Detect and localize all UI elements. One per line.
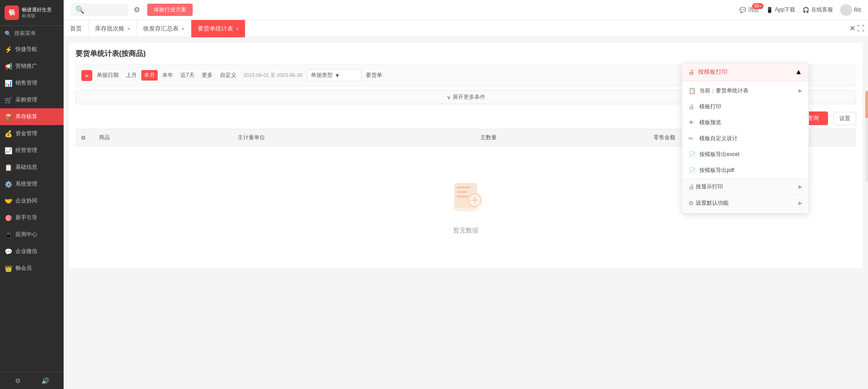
tab-receipts-summary[interactable]: 收发存汇总表 × [137, 20, 191, 37]
expand-more-icon: ∨ [447, 94, 451, 101]
sidebar-item-label: 系统管理 [15, 180, 37, 188]
user-avatar-btn[interactable]: Rit [840, 4, 861, 16]
audio-footer-btn[interactable]: 🔊 [41, 377, 49, 384]
tab-order-stats-label: 要货单统计表 [198, 25, 233, 33]
marketing-icon: 📢 [5, 63, 12, 70]
sidebar-item-label: 畅会员 [15, 264, 32, 272]
topbar-search-input[interactable] [87, 7, 124, 13]
tab-home-label: 首页 [70, 25, 82, 33]
expand-more-label: 展开更多条件 [453, 93, 485, 101]
topbar-gear-icon[interactable]: ⚙ [134, 5, 140, 14]
date-current-year-btn[interactable]: 本年 [160, 70, 176, 81]
col-quantity-header: 主数量 [475, 129, 648, 147]
template-export-excel-icon: 📄 [688, 151, 696, 158]
template-preview-item[interactable]: 👁 模板预览 [682, 115, 808, 131]
sidebar-item-sales[interactable]: 📊 销售管理 [0, 75, 64, 91]
tab-close-all-btn[interactable]: ✕ [849, 24, 855, 33]
date-last-7-days-btn[interactable]: 近7天 [178, 70, 197, 81]
messages-badge: 99+ [752, 3, 763, 9]
sidebar-logo: 畅 畅捷通好生意 标准版 [0, 0, 64, 26]
template-export-excel-item[interactable]: 📄 按模板导出excel [682, 147, 808, 162]
date-current-month-btn[interactable]: 本月 [141, 70, 158, 81]
sidebar-item-quick-nav[interactable]: ⚡ 快捷导航 [0, 41, 64, 58]
current-icon: 📋 [688, 87, 696, 94]
sidebar-item-collab[interactable]: 🤝 企业协同 [0, 192, 64, 209]
messages-btn[interactable]: 💬 消息 99+ [739, 6, 759, 14]
experience-btn[interactable]: 体验行业方案 [147, 4, 193, 16]
default-func-arrow-icon: ▶ [798, 200, 802, 206]
sidebar-item-wechat[interactable]: 💬 企业微信 [0, 243, 64, 260]
sidebar-footer: ⚙ 🔊 [0, 372, 64, 389]
filter-expand-btn[interactable]: » [81, 70, 92, 81]
display-print-arrow-icon: ▶ [798, 184, 802, 190]
sidebar-item-basic[interactable]: 📋 基础信息 [0, 159, 64, 176]
date-custom-btn[interactable]: 自定义 [217, 70, 239, 81]
sidebar-item-inventory[interactable]: 📦 库存核算 [0, 108, 64, 125]
col-goods-header: 商品 [94, 129, 232, 147]
sidebar-item-label: 新手引导 [15, 214, 37, 222]
app-download-btn[interactable]: 📱 App下载 [766, 6, 795, 14]
template-export-excel-label: 按模板导出excel [699, 151, 802, 158]
template-custom-item[interactable]: ✏ 模板自定义设计 [682, 131, 808, 147]
sidebar-item-label: 快捷导航 [15, 45, 37, 53]
template-print-item[interactable]: 🖨 模板打印 [682, 99, 808, 115]
tab-inventory-batch[interactable]: 库存批次账 × [89, 20, 137, 37]
date-prev-month-btn[interactable]: 上月 [123, 70, 140, 81]
sidebar-item-operation[interactable]: 📈 经营管理 [0, 142, 64, 159]
tab-order-stats-close[interactable]: × [236, 26, 239, 31]
sidebar-item-purchase[interactable]: 🛒 采购管理 [0, 91, 64, 108]
username-label: Rit [854, 7, 861, 13]
date-more-btn[interactable]: 更多 [199, 70, 215, 81]
col-settings-header[interactable]: ⚙ [75, 129, 94, 147]
current-template-item[interactable]: 📋 当前：要货单统计表 ▶ [682, 83, 808, 99]
display-print-icon: 🖨 [688, 183, 696, 190]
template-custom-icon: ✏ [688, 135, 696, 142]
sidebar-item-label: 应用中心 [15, 231, 37, 238]
tab-receipts-summary-close[interactable]: × [181, 26, 184, 31]
wechat-icon: 💬 [5, 248, 12, 255]
sidebar-item-marketing[interactable]: 📢 营销推广 [0, 58, 64, 75]
current-label: 当前：要货单统计表 [699, 87, 795, 95]
order-status-label: 要货单 [366, 71, 382, 79]
sidebar-item-finance[interactable]: 💰 资金管理 [0, 125, 64, 142]
sidebar-search[interactable]: 🔍 搜索菜单 [0, 26, 64, 41]
system-icon: ⚙️ [5, 181, 12, 188]
settings-icon: ⚙ [81, 135, 86, 141]
online-service-btn[interactable]: 🎧 在线客服 [803, 6, 833, 14]
topbar: 🔍 ⚙ 体验行业方案 💬 消息 99+ 📱 App下载 🎧 在线客服 Rit [64, 0, 868, 20]
sidebar-item-label: 资金管理 [15, 130, 37, 137]
template-export-pdf-item[interactable]: 📄 按模板导出pdf [682, 162, 808, 178]
sidebar-item-system[interactable]: ⚙️ 系统管理 [0, 176, 64, 192]
sidebar-item-label: 营销推广 [15, 62, 37, 70]
scroll-indicator[interactable] [865, 91, 868, 182]
sales-icon: 📊 [5, 80, 12, 87]
default-func-item[interactable]: ⚙ 设置默认功能 ▶ [682, 195, 808, 211]
setting-btn[interactable]: 设置 [833, 112, 856, 125]
app-download-label: App下载 [775, 6, 795, 14]
print-dropdown-close-icon[interactable]: ▲ [795, 68, 802, 76]
tab-order-stats[interactable]: 要货单统计表 × [191, 20, 245, 37]
sidebar-search-label: 搜索菜单 [14, 30, 36, 37]
logo-subtitle: 标准版 [22, 13, 52, 19]
quick-nav-icon: ⚡ [5, 46, 12, 53]
date-options: 上月 本月 本年 近7天 更多 自定义 [123, 70, 239, 81]
settings-footer-btn[interactable]: ⚙ [15, 377, 21, 384]
tab-expand-btn[interactable]: ⛶ [857, 25, 864, 33]
doc-type-select-label: 单据类型 [311, 71, 333, 79]
tab-home[interactable]: 首页 [64, 20, 89, 37]
date-range-text: 2023-06-01 至 2023-06-30 [244, 72, 303, 79]
sidebar-item-guide[interactable]: 🎯 新手引导 [0, 209, 64, 226]
member-icon: 👑 [5, 265, 12, 272]
operation-icon: 📈 [5, 147, 12, 154]
tab-receipts-summary-label: 收发存汇总表 [143, 25, 179, 33]
template-export-pdf-icon: 📄 [688, 167, 696, 174]
sidebar-item-member[interactable]: 👑 畅会员 [0, 260, 64, 277]
topbar-search-box[interactable]: 🔍 [71, 4, 128, 16]
print-dropdown-content: 📋 当前：要货单统计表 ▶ 🖨 模板打印 👁 模板预览 ✏ 模板自定义设计 📄 … [682, 81, 808, 213]
doc-type-select[interactable]: 单据类型 ▼ [307, 69, 361, 81]
sidebar-item-apps[interactable]: 📱 应用中心 [0, 226, 64, 243]
online-service-label: 在线客服 [811, 6, 833, 14]
print-dropdown-header[interactable]: 🖨 按模板打印 ▲ [682, 63, 808, 81]
tab-inventory-batch-close[interactable]: × [127, 26, 130, 31]
display-print-item[interactable]: 🖨 按显示打印 ▶ [682, 178, 808, 195]
